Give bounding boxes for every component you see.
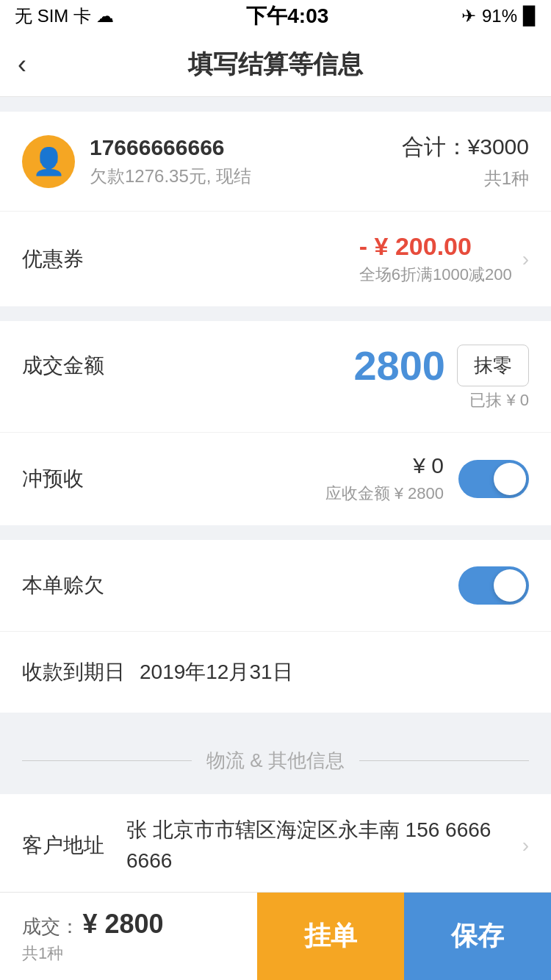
customer-total: 合计：¥3000 bbox=[402, 132, 529, 162]
status-bar: 无 SIM 卡 ☁ 下午4:03 ✈ 91% ▉ bbox=[0, 0, 551, 32]
customer-right: 合计：¥3000 共1种 bbox=[402, 132, 529, 190]
battery-icon: ▉ bbox=[523, 6, 536, 26]
coupon-row[interactable]: 优惠券 - ¥ 200.00 全场6折满1000减200 › bbox=[0, 211, 551, 306]
debt-row: 本单赊欠 bbox=[0, 540, 551, 631]
address-chevron-icon: › bbox=[522, 834, 529, 857]
amount-label: 成交金额 bbox=[22, 352, 104, 380]
bottom-deal-row: 成交： ¥ 2800 bbox=[22, 909, 235, 940]
divider-2 bbox=[0, 525, 551, 540]
customer-row: 👤 17666666666 欠款1276.35元, 现结 合计：¥3000 共1… bbox=[0, 112, 551, 211]
location-icon: ✈ bbox=[461, 6, 476, 26]
bottom-count: 共1种 bbox=[22, 943, 235, 965]
bottom-bar: 成交： ¥ 2800 共1种 挂单 保存 bbox=[0, 892, 551, 980]
coupon-right: - ¥ 200.00 全场6折满1000减200 › bbox=[359, 232, 529, 286]
amount-row: 成交金额 2800 抹零 bbox=[22, 342, 529, 389]
prepay-row: 冲预收 ¥ 0 应收金额 ¥ 2800 bbox=[0, 432, 551, 525]
logistics-line-left bbox=[22, 760, 192, 761]
chevron-right-icon: › bbox=[522, 248, 529, 271]
bottom-deal-label: 成交： bbox=[22, 915, 79, 937]
prepay-label: 冲预收 bbox=[22, 465, 84, 493]
logistics-line-right bbox=[359, 760, 529, 761]
logistics-text: 物流 & 其他信息 bbox=[206, 748, 345, 774]
back-button[interactable]: ‹ bbox=[18, 49, 26, 80]
sim-status: 无 SIM 卡 ☁ bbox=[15, 4, 114, 28]
address-label: 客户地址 bbox=[22, 832, 104, 860]
divider-top bbox=[0, 97, 551, 112]
bottom-summary: 成交： ¥ 2800 共1种 bbox=[0, 909, 257, 965]
avatar: 👤 bbox=[22, 135, 75, 188]
coupon-desc: 全场6折满1000减200 bbox=[359, 264, 512, 286]
coupon-amount: - ¥ 200.00 bbox=[359, 232, 512, 261]
page-title: 填写结算等信息 bbox=[188, 48, 363, 82]
amount-sub-text: 已抹 ¥ 0 bbox=[22, 389, 529, 411]
round-button[interactable]: 抹零 bbox=[457, 345, 529, 386]
customer-sub-info: 欠款1276.35元, 现结 bbox=[90, 165, 251, 188]
prepay-amount: ¥ 0 bbox=[325, 453, 444, 478]
address-row[interactable]: 客户地址 张 北京市市辖区海淀区永丰南 156 6666 6666 › bbox=[0, 794, 551, 897]
amount-value: 2800 bbox=[353, 342, 445, 389]
status-right: ✈ 91% ▉ bbox=[461, 6, 536, 26]
due-date-label: 收款到期日 bbox=[22, 658, 125, 686]
prepay-values: ¥ 0 应收金额 ¥ 2800 bbox=[325, 453, 444, 505]
bottom-amount: ¥ 2800 bbox=[82, 909, 163, 939]
debt-toggle[interactable] bbox=[458, 566, 529, 605]
amount-section: 成交金额 2800 抹零 已抹 ¥ 0 bbox=[0, 321, 551, 432]
amount-controls: 2800 抹零 bbox=[353, 342, 529, 389]
save-button[interactable]: 保存 bbox=[404, 893, 551, 981]
customer-left: 👤 17666666666 欠款1276.35元, 现结 bbox=[22, 135, 251, 188]
customer-count: 共1种 bbox=[402, 167, 529, 190]
prepay-toggle[interactable] bbox=[458, 460, 529, 498]
prepay-right: ¥ 0 应收金额 ¥ 2800 bbox=[325, 453, 529, 505]
status-left: 无 SIM 卡 ☁ bbox=[15, 4, 114, 28]
due-date-row: 收款到期日 2019年12月31日 bbox=[0, 631, 551, 713]
customer-phone: 17666666666 bbox=[90, 135, 251, 160]
address-content: 张 北京市市辖区海淀区永丰南 156 6666 6666 bbox=[126, 815, 522, 876]
status-time: 下午4:03 bbox=[246, 2, 328, 30]
logistics-section: 物流 & 其他信息 bbox=[0, 727, 551, 794]
prepay-sub: 应收金额 ¥ 2800 bbox=[325, 483, 444, 505]
battery-status: 91% bbox=[482, 6, 517, 26]
customer-info: 17666666666 欠款1276.35元, 现结 bbox=[90, 135, 251, 188]
coupon-label: 优惠券 bbox=[22, 245, 84, 273]
debt-label: 本单赊欠 bbox=[22, 572, 104, 599]
due-date-value: 2019年12月31日 bbox=[140, 658, 293, 686]
hold-button[interactable]: 挂单 bbox=[257, 893, 404, 981]
divider-1 bbox=[0, 306, 551, 321]
divider-3 bbox=[0, 713, 551, 727]
nav-bar: ‹ 填写结算等信息 bbox=[0, 32, 551, 97]
